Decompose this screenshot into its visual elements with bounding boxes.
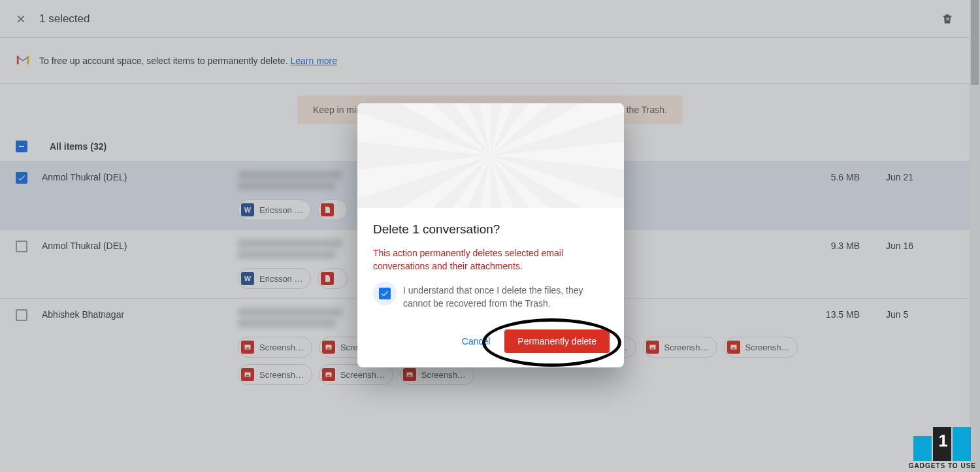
row-checkbox[interactable] xyxy=(16,172,27,184)
row-date: Jun 16 xyxy=(886,239,964,289)
vertical-scrollbar[interactable] xyxy=(970,0,980,472)
gmail-icon xyxy=(16,54,30,68)
confirm-checkbox-wrap[interactable] xyxy=(373,282,397,305)
confirm-checkbox[interactable] xyxy=(379,288,391,299)
pdf-icon xyxy=(321,272,334,285)
attachment-label: Screensh… xyxy=(340,370,385,380)
attachment-chip[interactable]: Screensh… xyxy=(238,364,312,385)
dialog-hero-image xyxy=(357,103,624,208)
row-checkbox[interactable] xyxy=(16,309,27,321)
storage-info-message: To free up account space, select items t… xyxy=(39,56,290,66)
storage-info-text: To free up account space, select items t… xyxy=(39,56,337,66)
attachment-label: Screensh… xyxy=(664,343,709,352)
attachment-chip[interactable] xyxy=(318,268,348,289)
attachment-chip[interactable]: Screensh… xyxy=(238,337,312,358)
pdf-icon xyxy=(321,203,334,216)
watermark: GADGETS TO USE xyxy=(909,427,976,469)
row-date: Jun 5 xyxy=(886,308,964,385)
attachment-label: Screensh… xyxy=(259,370,304,380)
image-icon xyxy=(727,341,740,354)
attachment-chip[interactable]: Screensh… xyxy=(724,337,798,358)
image-icon xyxy=(646,341,659,354)
row-sender: Anmol Thukral (DEL) xyxy=(42,239,238,289)
image-icon xyxy=(403,368,416,381)
select-all-checkbox[interactable] xyxy=(16,141,27,152)
delete-forever-button[interactable] xyxy=(936,7,959,31)
word-doc-icon: W xyxy=(241,203,254,216)
image-icon xyxy=(241,341,254,354)
delete-dialog: Delete 1 conversation? This action perma… xyxy=(357,103,624,367)
attachment-label: Ericsson … xyxy=(259,205,302,215)
attachment-label: Screensh… xyxy=(259,343,304,352)
confirm-text: I understand that once I delete the file… xyxy=(403,284,608,310)
list-header-label: All items (32) xyxy=(50,141,106,152)
storage-info-banner: To free up account space, select items t… xyxy=(0,38,980,84)
permanently-delete-button[interactable]: Permanently delete xyxy=(504,329,610,353)
row-size: 13.5 MB xyxy=(808,308,886,385)
attachment-chip[interactable]: WEricsson … xyxy=(238,268,311,289)
image-icon xyxy=(322,341,335,354)
selection-toolbar: 1 selected xyxy=(0,0,980,38)
close-selection-button[interactable] xyxy=(9,7,33,31)
cancel-button[interactable]: Cancel xyxy=(459,331,493,352)
row-size: 9.3 MB xyxy=(808,239,886,289)
app-root: 1 selected To free up account space, sel… xyxy=(0,0,980,472)
image-icon xyxy=(322,368,335,381)
attachment-label: Screensh… xyxy=(421,370,466,380)
dialog-actions: Cancel Permanently delete xyxy=(357,323,624,367)
selection-count-label: 1 selected xyxy=(39,12,90,25)
dialog-warning-text: This action permanently deletes selected… xyxy=(373,247,608,273)
row-date: Jun 21 xyxy=(886,171,964,220)
word-doc-icon: W xyxy=(241,272,254,285)
row-checkbox[interactable] xyxy=(16,241,27,252)
svg-rect-0 xyxy=(19,146,24,147)
attachment-label: Screensh… xyxy=(745,343,790,352)
dialog-confirm-row: I understand that once I delete the file… xyxy=(373,284,608,310)
attachment-chip[interactable] xyxy=(318,199,348,220)
dialog-title: Delete 1 conversation? xyxy=(373,222,608,237)
scrollbar-thumb[interactable] xyxy=(971,0,979,85)
watermark-text: GADGETS TO USE xyxy=(909,462,976,469)
learn-more-link[interactable]: Learn more xyxy=(290,56,337,66)
attachment-label: Ericsson … xyxy=(259,274,302,284)
row-size: 5.6 MB xyxy=(808,171,886,220)
row-sender: Abhishek Bhatnagar xyxy=(42,308,238,385)
row-sender: Anmol Thukral (DEL) xyxy=(42,171,238,220)
image-icon xyxy=(241,368,254,381)
attachment-chip[interactable]: WEricsson … xyxy=(238,199,311,220)
attachment-chip[interactable]: Screensh… xyxy=(643,337,717,358)
trash-notice-suffix: the Trash. xyxy=(627,105,667,115)
